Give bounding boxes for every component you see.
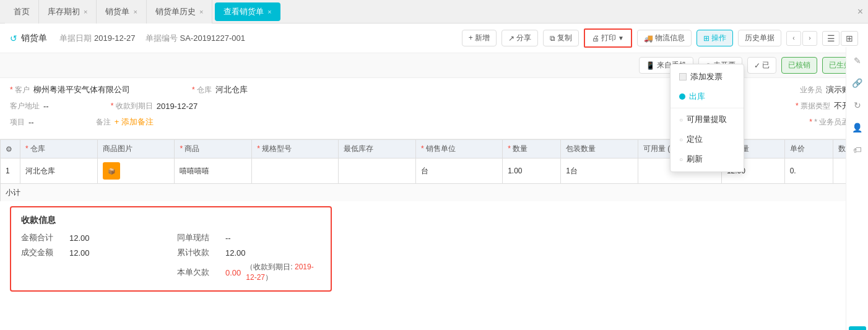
row-product-img: 📦 bbox=[97, 158, 175, 184]
doc-number-field: 单据编号 SA-20191227-001 bbox=[145, 33, 246, 44]
close-history-tab[interactable]: × bbox=[199, 8, 203, 15]
close-sales-tab[interactable]: × bbox=[133, 8, 137, 15]
bottom-panel: 收款信息 金额合计 12.00 成交金额 12.00 同单现结 -- bbox=[10, 206, 332, 292]
row-quantity: 1.00 bbox=[503, 158, 561, 184]
tab-sales-order[interactable]: 销货单 × bbox=[97, 0, 146, 24]
operations-button[interactable]: ⊞ 操作 bbox=[697, 30, 733, 46]
project-field: 项目 -- bbox=[10, 117, 34, 128]
phone-icon: 📱 bbox=[646, 61, 655, 70]
address-field: 客户地址 -- bbox=[10, 101, 49, 111]
new-button[interactable]: + 新增 bbox=[462, 30, 497, 46]
window-close-button[interactable]: × bbox=[857, 6, 863, 17]
copy-button[interactable]: ⧉ 复制 bbox=[543, 30, 579, 46]
circle-empty-icon-1: ○ bbox=[679, 116, 683, 123]
row-price: 0. bbox=[784, 158, 833, 184]
subtotal-label: 小计 bbox=[1, 184, 868, 202]
toolbar: + 新增 ↗ 分享 ⧉ 复制 🖨 打印 ▼ 🚚 bbox=[462, 28, 858, 48]
history-button[interactable]: 历史单据 bbox=[738, 30, 781, 46]
nav-arrows: ‹ › bbox=[786, 31, 817, 46]
note-field: 备注 + 添加备注 bbox=[96, 116, 154, 128]
dropdown-location[interactable]: ○ 定位 bbox=[671, 129, 744, 149]
copy-icon: ⧉ bbox=[550, 34, 555, 43]
print-btn-wrapper: 🖨 打印 ▼ bbox=[584, 28, 632, 48]
tab-sales-history[interactable]: 销货单历史 × bbox=[147, 0, 212, 24]
col-warehouse: * 仓库 bbox=[20, 140, 98, 158]
product-image: 📦 bbox=[103, 162, 120, 180]
right-sidebar: ✎ 🔗 ↻ 👤 🏷 ⛶ bbox=[846, 47, 868, 330]
logistics-icon: 🚚 bbox=[644, 34, 653, 43]
sidebar-refresh-icon[interactable]: ↻ bbox=[849, 97, 866, 114]
print-icon: 🖨 bbox=[592, 34, 599, 43]
payment-rows: 同单现结 -- 累计收款 12.00 本单欠款 0.00 （收款到期日: 201… bbox=[177, 232, 321, 283]
grid-view-btn[interactable]: ⊞ bbox=[841, 31, 858, 46]
circle-empty-icon-3: ○ bbox=[679, 156, 683, 163]
doc-title-section: ↺ 销货单 bbox=[10, 33, 47, 44]
col-unit: * 销售单位 bbox=[416, 140, 503, 158]
tab-home[interactable]: 首页 bbox=[5, 0, 39, 24]
col-settings: ⚙ bbox=[1, 140, 20, 158]
row-spec bbox=[252, 158, 339, 184]
this-order-note: （收款到期日: 2019-12-27） bbox=[246, 262, 321, 283]
amount-total-row: 金额合计 12.00 成交金额 12.00 bbox=[21, 232, 165, 283]
col-product: * 商品 bbox=[175, 140, 252, 158]
warehouse-field: 仓库 河北仓库 bbox=[192, 84, 248, 95]
dropdown-warehouse-out[interactable]: 出库 bbox=[671, 87, 744, 106]
customer-field: 客户 柳州粤港平安气体有限公司 bbox=[10, 84, 130, 95]
bottom-grid: 金额合计 12.00 成交金额 12.00 同单现结 -- 累计收款 bbox=[21, 232, 321, 283]
col-pack-qty: 包装数量 bbox=[561, 140, 638, 158]
row-unit: 台 bbox=[416, 158, 503, 184]
close-view-sales-tab[interactable]: × bbox=[267, 8, 271, 15]
doc-date-field: 单据日期 2019-12-27 bbox=[59, 33, 136, 44]
confirm-btn[interactable]: ✓ 已 bbox=[747, 57, 776, 74]
sidebar-expand-icon[interactable]: ⛶ bbox=[849, 326, 866, 330]
print-button[interactable]: 🖨 打印 ▼ bbox=[586, 30, 630, 46]
col-price: 单价 bbox=[784, 140, 833, 158]
logistics-button[interactable]: 🚚 物流信息 bbox=[637, 30, 692, 46]
close-inventory-tab[interactable]: × bbox=[84, 8, 87, 15]
dropdown-divider bbox=[671, 108, 744, 108]
list-view-btn[interactable]: ☰ bbox=[822, 31, 840, 46]
sidebar-link-icon[interactable]: 🔗 bbox=[849, 74, 866, 92]
add-note-button[interactable]: + 添加备注 bbox=[115, 116, 154, 128]
dropdown-available-qty[interactable]: ○ 可用量提取 bbox=[671, 110, 744, 129]
operations-dropdown: 添加发票 出库 ○ 可用量提取 ○ 定位 ○ 刷新 bbox=[670, 64, 744, 172]
dropdown-add-invoice[interactable]: 添加发票 bbox=[671, 67, 744, 87]
tab-view-sales[interactable]: 查看销货单 × bbox=[215, 2, 280, 21]
row-product: 嘻嘻嘻嘻 bbox=[175, 158, 252, 184]
col-min-stock: 最低库存 bbox=[339, 140, 416, 158]
view-toggle: ☰ ⊞ bbox=[822, 31, 858, 46]
prev-arrow[interactable]: ‹ bbox=[786, 31, 801, 46]
share-icon: ↗ bbox=[508, 34, 514, 43]
row-pack-qty: 1台 bbox=[561, 158, 638, 184]
row-warehouse: 河北仓库 bbox=[20, 158, 98, 184]
col-quantity: * 数量 bbox=[503, 140, 561, 158]
col-product-img: 商品图片 bbox=[97, 140, 175, 158]
check-icon: ✓ bbox=[754, 61, 760, 70]
tab-bar: 首页 库存期初 × 销货单 × 销货单历史 × 查看销货单 × × bbox=[0, 0, 868, 24]
payment-date-field: 收款到期日 2019-12-27 bbox=[111, 101, 198, 111]
doc-meta: 单据日期 2019-12-27 单据编号 SA-20191227-001 bbox=[59, 33, 245, 44]
next-arrow[interactable]: › bbox=[802, 31, 817, 46]
share-button[interactable]: ↗ 分享 bbox=[501, 30, 538, 46]
col-spec: * 规格型号 bbox=[252, 140, 339, 158]
document-header: ↺ 销货单 单据日期 2019-12-27 单据编号 SA-20191227-0… bbox=[0, 24, 868, 53]
row-index: 1 bbox=[1, 158, 20, 184]
subtotal-row: 小计 bbox=[1, 184, 868, 202]
sidebar-edit-icon[interactable]: ✎ bbox=[849, 52, 866, 69]
dropdown-refresh[interactable]: ○ 刷新 bbox=[671, 149, 744, 169]
row-min-stock bbox=[339, 158, 416, 184]
sidebar-tag-icon[interactable]: 🏷 bbox=[849, 141, 866, 158]
bottom-panel-title: 收款信息 bbox=[21, 215, 321, 226]
invoice-square-icon bbox=[679, 73, 687, 80]
circle-empty-icon-2: ○ bbox=[679, 136, 683, 143]
doc-icon: ↺ bbox=[10, 33, 17, 43]
teal-dot-icon bbox=[679, 93, 685, 100]
grid-icon: ⊞ bbox=[703, 34, 710, 43]
already-sold-button[interactable]: 已核销 bbox=[781, 57, 817, 74]
tab-inventory-init[interactable]: 库存期初 × bbox=[39, 0, 97, 24]
sidebar-user-icon[interactable]: 👤 bbox=[849, 119, 866, 136]
doc-title-text: 销货单 bbox=[21, 33, 47, 44]
